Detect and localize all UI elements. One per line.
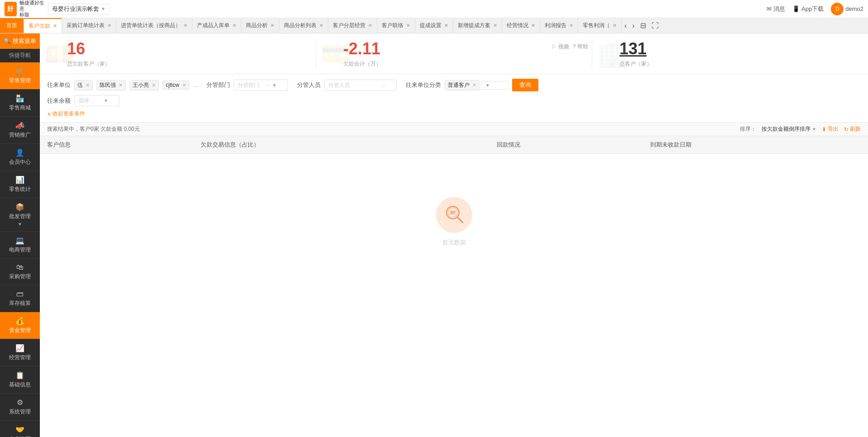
- unit-class-filter: 普通客户 ✕ ▼: [445, 80, 508, 90]
- help-btn[interactable]: ? 帮助: [573, 43, 588, 51]
- col-arrears-info: 欠款交易信息（占比）: [193, 136, 489, 154]
- sort-select[interactable]: 按欠款金额倒序排序 ▼: [762, 125, 816, 133]
- tab-close-retail-profit[interactable]: ✕: [613, 23, 617, 28]
- ecommerce-icon: 💻: [15, 236, 24, 245]
- sidebar-item-purchase[interactable]: 🛍 采购管理: [0, 259, 40, 285]
- tab-arrears[interactable]: 客户欠款 ✕: [24, 18, 62, 33]
- sidebar-item-retail-stats[interactable]: 📊 零售统计: [0, 171, 40, 198]
- user-profile[interactable]: D demo2: [831, 3, 863, 15]
- content-area: 💴 16 总欠款客户（家） 💳 -2.11 欠款合计（万） ▷ 视频 ? 帮助: [40, 33, 868, 437]
- table-header-row: 客户信息 欠款交易信息（占比） 回款情况 到期未收款日期: [40, 136, 868, 154]
- sidebar-item-management[interactable]: 📈 经营管理: [0, 339, 40, 366]
- stat-total-arrears: 💳 -2.11 欠款合计（万） ▷ 视频 ? 帮助: [316, 39, 592, 68]
- sidebar-item-mall[interactable]: 🏪 零售商城: [0, 90, 40, 117]
- tag-close-chen[interactable]: ✕: [119, 82, 123, 88]
- tab-close-arrears[interactable]: ✕: [53, 23, 57, 29]
- sidebar-search[interactable]: 🔍 搜索菜单: [0, 33, 40, 49]
- logo-icon: 好: [5, 2, 17, 16]
- tag-close-wu[interactable]: ✕: [86, 82, 90, 88]
- download-icon: 📱: [792, 5, 800, 12]
- mall-icon: 🏪: [15, 94, 24, 103]
- tab-close-customer-layer[interactable]: ✕: [368, 23, 372, 28]
- sidebar-item-wholesale[interactable]: 📦 批发管理 ▼: [0, 198, 40, 232]
- tab-close-operation[interactable]: ✕: [531, 23, 535, 28]
- person-filter-label: 分管人员: [297, 81, 321, 89]
- tab-customer-layer[interactable]: 客户分层经营 ✕: [328, 18, 377, 33]
- stat-bg-icon-3: 🏢: [597, 39, 628, 68]
- tab-stock[interactable]: 进货单统计表（按商品） ✕: [116, 18, 192, 33]
- tab-home[interactable]: 首页: [0, 18, 24, 33]
- balance-filter-select[interactable]: 选择... ▼: [74, 95, 120, 106]
- filter-more-tags[interactable]: ...: [193, 82, 197, 88]
- unit-class-dropdown[interactable]: ▼: [481, 81, 508, 90]
- balance-filter-label: 往来余额: [47, 97, 71, 105]
- retail-icon: 🛒: [15, 67, 24, 76]
- query-button[interactable]: 查询: [512, 79, 538, 91]
- tab-goods[interactable]: 商品分析 ✕: [241, 18, 279, 33]
- sidebar-quick-nav[interactable]: 快捷导航: [0, 49, 40, 62]
- tab-close-goods-list[interactable]: ✕: [319, 23, 323, 28]
- tab-menu-btn[interactable]: ⊟: [638, 21, 649, 30]
- collapse-button[interactable]: ∧ 收起更多条件: [47, 110, 861, 118]
- org-selector[interactable]: 母婴行业演示帐套 ▼: [48, 4, 110, 14]
- message-button[interactable]: ✉ 消息: [767, 5, 785, 13]
- refresh-button[interactable]: ↻ 刷新: [844, 125, 861, 133]
- tab-close-product[interactable]: ✕: [232, 23, 236, 28]
- tab-commission-new[interactable]: 新增提成方案 ✕: [453, 18, 502, 33]
- tag-close-cjttcw[interactable]: ✕: [182, 82, 186, 88]
- filter-tag-wu: 伍 ✕: [74, 80, 93, 90]
- person-filter-select[interactable]: 分管人员 ···: [324, 80, 397, 91]
- tab-customer-contact[interactable]: 客户联络 ✕: [377, 18, 415, 33]
- tab-product[interactable]: 产成品入库单 ✕: [192, 18, 241, 33]
- sidebar-item-ecommerce[interactable]: 💻 电商管理: [0, 232, 40, 259]
- tab-close-profit[interactable]: ✕: [569, 23, 573, 28]
- management-icon: 📈: [15, 344, 24, 352]
- tab-close-goods[interactable]: ✕: [270, 23, 274, 28]
- tab-commission[interactable]: 提成设置 ✕: [415, 18, 453, 33]
- system-icon: ⚙: [17, 398, 23, 407]
- tab-goods-list[interactable]: 商品分析列表 ✕: [279, 18, 328, 33]
- sidebar-item-member[interactable]: 👤 会员中心: [0, 144, 40, 171]
- tab-fullscreen-btn[interactable]: ⛶: [649, 22, 662, 30]
- video-help: ▷ 视频 ? 帮助: [551, 43, 588, 51]
- export-button[interactable]: ⬇ 导出: [822, 125, 839, 133]
- tab-close-customer-contact[interactable]: ✕: [406, 23, 410, 28]
- tag-close-normal-customer[interactable]: ✕: [472, 82, 476, 88]
- enterprise-icon: 🤝: [15, 425, 24, 434]
- video-btn[interactable]: ▷ 视频: [551, 43, 569, 51]
- app-download-button[interactable]: 📱 App下载: [792, 5, 824, 13]
- col-due-date: 到期未收款日期: [643, 136, 868, 154]
- tab-close-commission[interactable]: ✕: [444, 23, 448, 28]
- basic-info-icon: 📋: [15, 371, 24, 380]
- tab-operation[interactable]: 经营情况 ✕: [502, 18, 540, 33]
- tab-purchase[interactable]: 采购订单统计表 ✕: [62, 18, 116, 33]
- sidebar-item-inventory[interactable]: 🗃 库存核算: [0, 285, 40, 312]
- collapse-row: ∧ 收起更多条件: [47, 110, 861, 118]
- tab-retail-profit[interactable]: 零售利润（ ✕: [578, 18, 622, 33]
- empty-state: 暂无数据: [40, 154, 868, 290]
- sidebar-item-basic-info[interactable]: 📋 基础信息: [0, 366, 40, 394]
- stat-total-all-customers: 🏢 131 总客户（家）: [592, 39, 868, 68]
- tag-close-wang[interactable]: ✕: [152, 82, 156, 88]
- sidebar-item-retail[interactable]: 🛒 零售管理: [0, 62, 40, 90]
- export-icon: ⬇: [822, 126, 826, 133]
- col-repayment: 回款情况: [489, 136, 643, 154]
- tab-close-purchase[interactable]: ✕: [107, 23, 111, 28]
- filter-row-1: 往来单位 伍 ✕ 陈民强 ✕ 王小亮 ✕ cjttcw ✕ ...: [47, 79, 861, 91]
- sidebar-item-system[interactable]: ⚙ 系统管理: [0, 394, 40, 421]
- dept-filter-select[interactable]: 分管部门 ··· ▼: [234, 80, 288, 91]
- sidebar-item-enterprise[interactable]: 🤝 企业协同: [0, 421, 40, 437]
- sidebar-item-finance[interactable]: 💰 资金管理: [0, 312, 40, 339]
- sidebar: 🔍 搜索菜单 快捷导航 🛒 零售管理 🏪 零售商城 📣 营销推广 👤 会员中心 …: [0, 33, 40, 437]
- collapse-icon: ∧: [47, 111, 51, 117]
- member-icon: 👤: [15, 148, 24, 157]
- sidebar-item-marketing[interactable]: 📣 营销推广: [0, 117, 40, 144]
- tab-prev-btn[interactable]: ‹: [622, 22, 629, 30]
- tab-close-commission-new[interactable]: ✕: [493, 23, 497, 28]
- tab-next-btn[interactable]: ›: [629, 22, 637, 30]
- tab-profit[interactable]: 利润报告 ✕: [540, 18, 578, 33]
- unit-class-filter-label: 往来单位分类: [406, 81, 441, 89]
- tab-close-stock[interactable]: ✕: [183, 23, 187, 28]
- result-actions: 排序： 按欠款金额倒序排序 ▼ ⬇ 导出 ↻ 刷新: [740, 125, 861, 133]
- filter-tag-chen: 陈民强 ✕: [96, 80, 126, 90]
